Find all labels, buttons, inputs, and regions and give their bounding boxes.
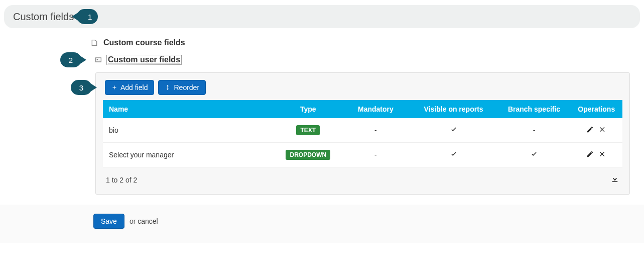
col-visible[interactable]: Visible on reports xyxy=(410,100,498,118)
download-icon[interactable] xyxy=(610,174,619,185)
table-header-row: Name Type Mandatory Visible on reports B… xyxy=(103,100,622,118)
col-type[interactable]: Type xyxy=(275,100,342,118)
cancel-link[interactable]: cancel xyxy=(138,217,158,225)
cancel-wrap: or cancel xyxy=(130,217,158,225)
cell-branch xyxy=(498,143,571,167)
fields-panel: 3 Add field Reorder Name Type Mandatory … xyxy=(95,72,630,195)
section-user-title[interactable]: Custom user fields xyxy=(106,55,182,65)
section-course-fields[interactable]: Custom course fields xyxy=(60,38,644,47)
plus-icon xyxy=(111,84,117,90)
save-bar: Save or cancel xyxy=(0,205,644,243)
reorder-label: Reorder xyxy=(174,83,199,92)
check-icon xyxy=(450,127,458,135)
col-mandatory[interactable]: Mandatory xyxy=(342,100,410,118)
add-field-label: Add field xyxy=(120,83,148,92)
page-header: Custom fields 1 xyxy=(4,5,640,28)
cell-branch: - xyxy=(498,118,571,143)
section-course-title: Custom course fields xyxy=(103,38,185,47)
callout-1: 1 xyxy=(77,9,98,24)
panel-toolbar: 3 Add field Reorder xyxy=(103,80,622,95)
col-operations: Operations xyxy=(570,100,622,118)
save-button[interactable]: Save xyxy=(93,214,124,229)
col-name[interactable]: Name xyxy=(103,100,275,118)
edit-icon[interactable] xyxy=(586,126,594,135)
type-badge: DROPDOWN xyxy=(286,150,330,160)
page-title: Custom fields xyxy=(13,11,74,23)
section-user-fields-row: 2 Custom user fields xyxy=(60,52,644,67)
cell-visible xyxy=(410,143,498,167)
cell-operations xyxy=(570,143,622,167)
content-area: Custom course fields 2 Custom user field… xyxy=(0,38,644,195)
col-branch[interactable]: Branch specific xyxy=(498,100,571,118)
cell-mandatory: - xyxy=(342,143,410,167)
pagination-text: 1 to 2 of 2 xyxy=(106,176,137,184)
cell-mandatory: - xyxy=(342,118,410,143)
fields-table: Name Type Mandatory Visible on reports B… xyxy=(103,100,622,167)
cell-type: TEXT xyxy=(275,118,342,143)
table-row: Select your manager DROPDOWN - xyxy=(103,143,622,167)
edit-icon[interactable] xyxy=(586,150,594,159)
cell-type: DROPDOWN xyxy=(275,143,342,167)
reorder-button[interactable]: Reorder xyxy=(158,80,206,95)
add-field-button[interactable]: Add field xyxy=(105,80,154,95)
book-icon xyxy=(90,39,98,47)
type-badge: TEXT xyxy=(296,125,320,135)
table-row: bio TEXT - - xyxy=(103,118,622,143)
reorder-icon xyxy=(165,84,171,90)
or-text: or xyxy=(130,217,136,225)
callout-2: 2 xyxy=(60,52,81,67)
table-footer: 1 to 2 of 2 xyxy=(103,167,622,187)
cell-name[interactable]: Select your manager xyxy=(103,143,275,167)
cell-visible xyxy=(410,118,498,143)
cell-name[interactable]: bio xyxy=(103,118,275,143)
check-icon xyxy=(450,151,458,159)
cell-operations xyxy=(570,118,622,143)
check-icon xyxy=(530,151,538,159)
delete-icon[interactable] xyxy=(599,126,606,135)
callout-3: 3 xyxy=(71,80,92,95)
delete-icon[interactable] xyxy=(599,150,606,159)
id-card-icon xyxy=(94,56,102,64)
